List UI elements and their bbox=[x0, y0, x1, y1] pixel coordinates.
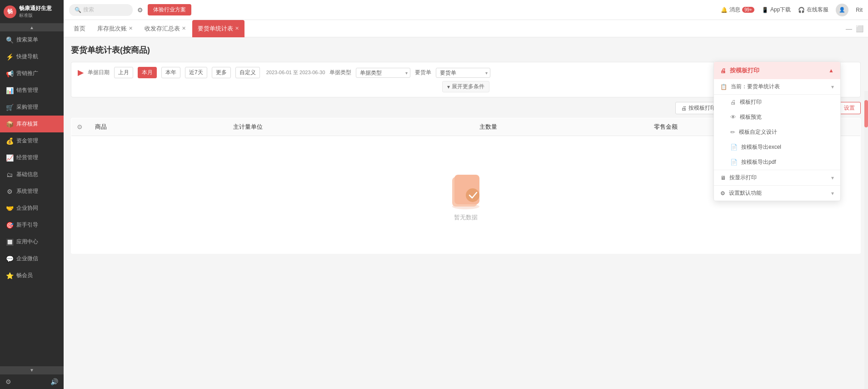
sidebar-item-label: 基础信息 bbox=[16, 171, 38, 178]
expand-more-btn[interactable]: ▾ 展开更多条件 bbox=[442, 81, 489, 92]
default-func-icon: ⚙ bbox=[720, 190, 725, 197]
corp-icon: 🤝 bbox=[5, 205, 14, 212]
operation-icon: 📈 bbox=[5, 154, 14, 162]
right-scrollbar[interactable] bbox=[864, 91, 868, 389]
tab-batch[interactable]: 库存批次账 ✕ bbox=[92, 20, 138, 37]
dropdown-item-template-excel[interactable]: 📄 按模板导出excel bbox=[714, 140, 840, 155]
messages-label: 消息 bbox=[729, 6, 740, 14]
dropdown-current-header[interactable]: 📋 当前：要货单统计表 ▾ bbox=[714, 79, 840, 94]
dropdown-item-template-design[interactable]: ✏ 模板自定义设计 bbox=[714, 125, 840, 140]
dropdown-close-chevron[interactable]: ▲ bbox=[828, 67, 834, 74]
settings-button[interactable]: 设置 bbox=[838, 102, 861, 114]
sidebar-scroll-down[interactable]: ▼ bbox=[0, 366, 64, 374]
sidebar-item-base[interactable]: 🗂 基础信息 bbox=[0, 166, 64, 183]
dropdown-default-section: ⚙ 设置默认功能 ▾ bbox=[714, 186, 840, 201]
app-logo-icon: 畅 bbox=[4, 5, 16, 18]
sidebar-item-inventory[interactable]: 📦 库存核算 bbox=[0, 116, 64, 132]
sidebar-item-purchase[interactable]: 🛒 采购管理 bbox=[0, 99, 64, 116]
table-settings-icon[interactable]: ⚙ bbox=[77, 123, 83, 131]
messages-button[interactable]: 🔔 消息 99+ bbox=[721, 6, 754, 14]
app-badge: 标准版 bbox=[19, 12, 52, 19]
sidebar-nav: 🔍 搜索菜单 ⚡ 快捷导航 📢 营销推广 📊 销售管理 🛒 采购管理 📦 库存核… bbox=[0, 31, 64, 366]
sidebar-item-sales[interactable]: 📊 销售管理 bbox=[0, 82, 64, 99]
dropdown-item-template-print[interactable]: 🖨 模板打印 bbox=[714, 95, 840, 110]
tab-collection[interactable]: 收发存汇总表 ✕ bbox=[139, 20, 191, 37]
shortcut-icon: ⚡ bbox=[5, 53, 14, 61]
col-header-unit: 主计量单位 bbox=[228, 118, 474, 136]
dropdown-display-section: 🖥 按显示打印 ▾ bbox=[714, 170, 840, 186]
sidebar-item-guide[interactable]: 🎯 新手引导 bbox=[0, 217, 64, 233]
sidebar-item-shortcut[interactable]: ⚡ 快捷导航 bbox=[0, 48, 64, 65]
filter-date-last-month[interactable]: 上月 bbox=[114, 67, 133, 78]
tab-batch-label: 库存批次账 bbox=[97, 25, 127, 33]
trial-button[interactable]: 体验行业方案 bbox=[148, 4, 191, 15]
print-dropdown-icon: 🖨 bbox=[720, 67, 726, 74]
settings-icon[interactable]: ⚙ bbox=[5, 378, 11, 385]
sidebar-item-finance[interactable]: 💰 资金管理 bbox=[0, 132, 64, 149]
headset-icon: 🎧 bbox=[798, 7, 805, 13]
current-template-icon: 📋 bbox=[720, 84, 727, 90]
sidebar-item-marketing[interactable]: 📢 营销推广 bbox=[0, 65, 64, 82]
username-label: Rit bbox=[856, 7, 863, 13]
sidebar-item-corp[interactable]: 🤝 企业协同 bbox=[0, 200, 64, 217]
topbar-search-box[interactable]: 🔍 搜索 bbox=[69, 4, 133, 16]
sidebar-item-vip[interactable]: ⭐ 畅会员 bbox=[0, 267, 64, 284]
topbar-right: 🔔 消息 99+ 📱 App下载 🎧 在线客服 👤 Rit bbox=[721, 4, 863, 16]
scrollbar-thumb[interactable] bbox=[864, 100, 868, 127]
tab-home[interactable]: 首页 bbox=[68, 20, 91, 37]
tab-order-stats-close[interactable]: ✕ bbox=[235, 25, 239, 31]
sidebar-item-label: 采购管理 bbox=[16, 103, 38, 111]
topbar-gear-icon[interactable]: ⚙ bbox=[137, 6, 143, 14]
inventory-icon: 📦 bbox=[5, 121, 14, 128]
search-icon: 🔍 bbox=[75, 7, 81, 13]
template-pdf-icon: 📄 bbox=[730, 159, 738, 166]
dropdown-default-header[interactable]: ⚙ 设置默认功能 ▾ bbox=[714, 186, 840, 201]
dropdown-display-header[interactable]: 🖥 按显示打印 ▾ bbox=[714, 170, 840, 185]
sidebar-item-search[interactable]: 🔍 搜索菜单 bbox=[0, 31, 64, 48]
sidebar-item-wechat[interactable]: 💬 企业微信 bbox=[0, 250, 64, 267]
dropdown-item-template-preview[interactable]: 👁 模板预览 bbox=[714, 110, 840, 125]
online-service-label: 在线客服 bbox=[807, 6, 828, 14]
template-excel-label: 按模板导出excel bbox=[741, 143, 781, 151]
marketing-icon: 📢 bbox=[5, 70, 14, 77]
tab-collection-close[interactable]: ✕ bbox=[182, 25, 186, 31]
window-maximize-button[interactable]: ⬜ bbox=[856, 25, 863, 32]
filter-date-more[interactable]: 更多 bbox=[212, 67, 231, 78]
search-icon: 🔍 bbox=[5, 36, 14, 44]
filter-order-type-select[interactable]: 单据类型 bbox=[356, 68, 410, 78]
current-chevron-icon: ▾ bbox=[831, 84, 834, 90]
dropdown-header[interactable]: 🖨 按模板打印 ▲ bbox=[714, 62, 840, 79]
app-download-label: App下载 bbox=[770, 6, 791, 14]
template-print-label: 模板打印 bbox=[740, 98, 762, 106]
template-print-icon: 🖨 bbox=[730, 99, 736, 106]
filter-goods-select[interactable]: 要货单 bbox=[436, 68, 490, 78]
speaker-icon[interactable]: 🔊 bbox=[50, 378, 58, 385]
sidebar-item-label: 搜索菜单 bbox=[16, 36, 38, 44]
sidebar-item-label: 新手引导 bbox=[16, 221, 38, 229]
sidebar-item-system[interactable]: ⚙ 系统管理 bbox=[0, 183, 64, 200]
filter-date-custom[interactable]: 自定义 bbox=[235, 67, 260, 78]
tab-batch-close[interactable]: ✕ bbox=[129, 25, 133, 31]
chevron-down-icon: ▾ bbox=[447, 84, 450, 90]
messages-badge: 99+ bbox=[742, 7, 754, 13]
app-name: 畅康通好生意 bbox=[19, 5, 52, 12]
sidebar-item-label: 营销推广 bbox=[16, 70, 38, 77]
dropdown-header-left: 🖨 按模板打印 bbox=[720, 66, 759, 75]
dropdown-template-section: 🖨 模板打印 👁 模板预览 ✏ 模板自定义设计 📄 按模板导出excel 📄 按… bbox=[714, 95, 840, 170]
sidebar-item-apps[interactable]: 🔲 应用中心 bbox=[0, 233, 64, 250]
online-service-button[interactable]: 🎧 在线客服 bbox=[798, 6, 828, 14]
tab-order-stats[interactable]: 要货单统计表 ✕ bbox=[192, 20, 244, 37]
filter-date-7days[interactable]: 近7天 bbox=[185, 67, 207, 78]
sidebar-scroll-up[interactable]: ▲ bbox=[0, 24, 64, 31]
sidebar-item-operation[interactable]: 📈 经营管理 bbox=[0, 149, 64, 166]
col-header-product: 商品 bbox=[90, 118, 228, 136]
app-download-button[interactable]: 📱 App下载 bbox=[762, 6, 791, 14]
filter-date-this-year[interactable]: 本年 bbox=[161, 67, 180, 78]
user-avatar[interactable]: 👤 bbox=[836, 4, 848, 16]
window-minimize-button[interactable]: — bbox=[846, 25, 852, 32]
finance-icon: 💰 bbox=[5, 137, 14, 145]
dropdown-item-template-pdf[interactable]: 📄 按模板导出pdf bbox=[714, 155, 840, 170]
filter-expand-icon[interactable]: ▶ bbox=[78, 68, 83, 77]
filter-date-this-month[interactable]: 本月 bbox=[138, 67, 157, 78]
sidebar-logo: 畅 畅康通好生意 标准版 bbox=[0, 0, 64, 24]
